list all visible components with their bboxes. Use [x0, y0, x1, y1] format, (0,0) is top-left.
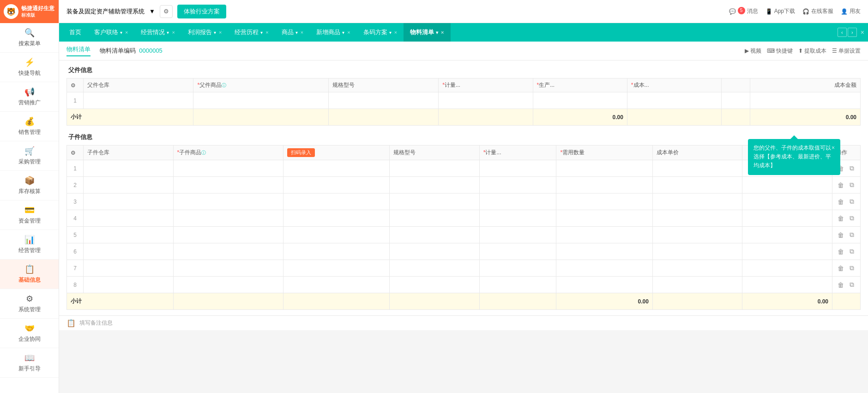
child-unit-cost-2[interactable] — [652, 193, 742, 210]
child-measure-5[interactable] — [479, 243, 556, 260]
app-download-btn[interactable]: 📱 App下载 — [766, 7, 795, 15]
child-unit-cost-4[interactable] — [652, 227, 742, 243]
child-spec-3[interactable] — [390, 210, 480, 227]
child-product-4[interactable] — [173, 227, 283, 243]
sidebar-item-1[interactable]: ⚡快捷导航 — [0, 53, 59, 82]
copy-btn-7[interactable]: ⧉ — [847, 280, 856, 290]
nav-tab-close-2[interactable]: × — [172, 30, 175, 35]
nav-tab-4[interactable]: 经营历程▾× — [228, 23, 275, 42]
extract-cost-btn[interactable]: ⬆ 提取成本 — [798, 47, 826, 55]
nav-tab-close-8[interactable]: × — [441, 30, 444, 35]
parent-produce-cell[interactable] — [533, 92, 627, 109]
copy-btn-2[interactable]: ⧉ — [847, 197, 856, 206]
child-qty-7[interactable] — [556, 277, 652, 293]
child-measure-1[interactable] — [479, 177, 556, 193]
child-warehouse-2[interactable] — [84, 193, 174, 210]
child-qty-5[interactable] — [556, 243, 652, 260]
nav-tab-3[interactable]: 利润报告▾× — [181, 23, 228, 42]
user-menu[interactable]: 👤 用友 — [841, 7, 861, 15]
parent-th-gear[interactable]: ⚙ — [67, 79, 84, 92]
child-product-0[interactable] — [173, 160, 283, 177]
sidebar-item-8[interactable]: 📋基础信息 — [0, 260, 59, 289]
message-btn[interactable]: 💬 5 消息 — [729, 7, 758, 15]
video-btn[interactable]: ▶ 视频 — [745, 47, 761, 55]
delete-btn-6[interactable]: 🗑 — [836, 264, 845, 273]
child-qty-2[interactable] — [556, 193, 652, 210]
nav-tab-2[interactable]: 经营情况▾× — [134, 23, 181, 42]
sidebar-item-11[interactable]: 📖新手引导 — [0, 348, 59, 378]
child-warehouse-4[interactable] — [84, 227, 174, 243]
child-unit-cost-6[interactable] — [652, 260, 742, 277]
child-spec-4[interactable] — [390, 227, 480, 243]
child-spec-2[interactable] — [390, 193, 480, 210]
child-spec-5[interactable] — [390, 243, 480, 260]
parent-warehouse-cell[interactable] — [84, 92, 193, 109]
sidebar-item-4[interactable]: 🛒采购管理 — [0, 141, 59, 171]
sidebar-item-5[interactable]: 📦库存核算 — [0, 171, 59, 200]
online-service-btn[interactable]: 🎧 在线客服 — [802, 7, 833, 15]
child-qty-4[interactable] — [556, 227, 652, 243]
child-product-7[interactable] — [173, 277, 283, 293]
sidebar-item-7[interactable]: 📊经营管理 — [0, 230, 59, 260]
delete-btn-3[interactable]: 🗑 — [836, 214, 845, 223]
parent-cost-cell[interactable] — [627, 92, 721, 109]
child-spec-6[interactable] — [390, 260, 480, 277]
copy-btn-3[interactable]: ⧉ — [847, 214, 856, 223]
delete-btn-7[interactable]: 🗑 — [836, 280, 845, 290]
child-product-1[interactable] — [173, 177, 283, 193]
nav-tab-close-5[interactable]: × — [301, 30, 303, 35]
delete-btn-2[interactable]: 🗑 — [836, 197, 845, 206]
parent-measure-cell[interactable] — [439, 92, 533, 109]
nav-tab-8[interactable]: 物料清单▾× — [404, 23, 450, 42]
nav-next[interactable]: › — [848, 28, 857, 37]
nav-tab-5[interactable]: 商品▾× — [275, 23, 310, 42]
parent-product-cell[interactable] — [193, 92, 328, 109]
nav-tab-1[interactable]: 客户联络▾× — [88, 23, 134, 42]
child-warehouse-6[interactable] — [84, 260, 174, 277]
child-qty-1[interactable] — [556, 177, 652, 193]
child-unit-cost-7[interactable] — [652, 277, 742, 293]
delete-btn-5[interactable]: 🗑 — [836, 247, 845, 256]
child-unit-cost-3[interactable] — [652, 210, 742, 227]
child-unit-cost-0[interactable] — [652, 160, 742, 177]
copy-btn-4[interactable]: ⧉ — [847, 230, 856, 240]
child-qty-3[interactable] — [556, 210, 652, 227]
copy-btn-0[interactable]: ⧉ — [847, 164, 856, 173]
single-setting-btn[interactable]: ☰ 单据设置 — [832, 47, 861, 55]
sidebar-item-10[interactable]: 🤝企业协同 — [0, 319, 59, 348]
gear-button[interactable]: ⚙ — [160, 5, 173, 18]
child-product-3[interactable] — [173, 210, 283, 227]
child-spec-0[interactable] — [390, 160, 480, 177]
sidebar-item-6[interactable]: 💳资金管理 — [0, 200, 59, 230]
child-spec-1[interactable] — [390, 177, 480, 193]
tab-bom-list[interactable]: 物料清单 — [66, 45, 90, 56]
tooltip-close-btn[interactable]: × — [832, 144, 835, 152]
shortcut-btn[interactable]: ⌨ 快捷键 — [767, 47, 793, 55]
child-warehouse-7[interactable] — [84, 277, 174, 293]
child-measure-4[interactable] — [479, 227, 556, 243]
child-qty-6[interactable] — [556, 260, 652, 277]
delete-btn-1[interactable]: 🗑 — [836, 181, 845, 190]
child-th-gear[interactable]: ⚙ — [67, 145, 84, 160]
child-measure-2[interactable] — [479, 193, 556, 210]
nav-tab-close-4[interactable]: × — [265, 30, 268, 35]
nav-tab-7[interactable]: 条码方案▾× — [357, 23, 404, 42]
child-warehouse-3[interactable] — [84, 210, 174, 227]
copy-btn-6[interactable]: ⧉ — [847, 264, 856, 273]
copy-btn-5[interactable]: ⧉ — [847, 247, 856, 256]
sidebar-item-0[interactable]: 🔍搜索菜单 — [0, 23, 59, 53]
close-all-tabs[interactable]: × — [861, 29, 864, 36]
child-qty-0[interactable] — [556, 160, 652, 177]
experience-btn[interactable]: 体验行业方案 — [177, 5, 226, 18]
child-unit-cost-5[interactable] — [652, 243, 742, 260]
sidebar-item-3[interactable]: 💰销售管理 — [0, 112, 59, 141]
child-product-6[interactable] — [173, 260, 283, 277]
child-spec-7[interactable] — [390, 277, 480, 293]
nav-tab-close-6[interactable]: × — [347, 30, 350, 35]
child-product-5[interactable] — [173, 243, 283, 260]
child-measure-3[interactable] — [479, 210, 556, 227]
sidebar-item-9[interactable]: ⚙系统管理 — [0, 289, 59, 319]
child-warehouse-0[interactable] — [84, 160, 174, 177]
parent-spec-cell[interactable] — [328, 92, 438, 109]
child-measure-7[interactable] — [479, 277, 556, 293]
